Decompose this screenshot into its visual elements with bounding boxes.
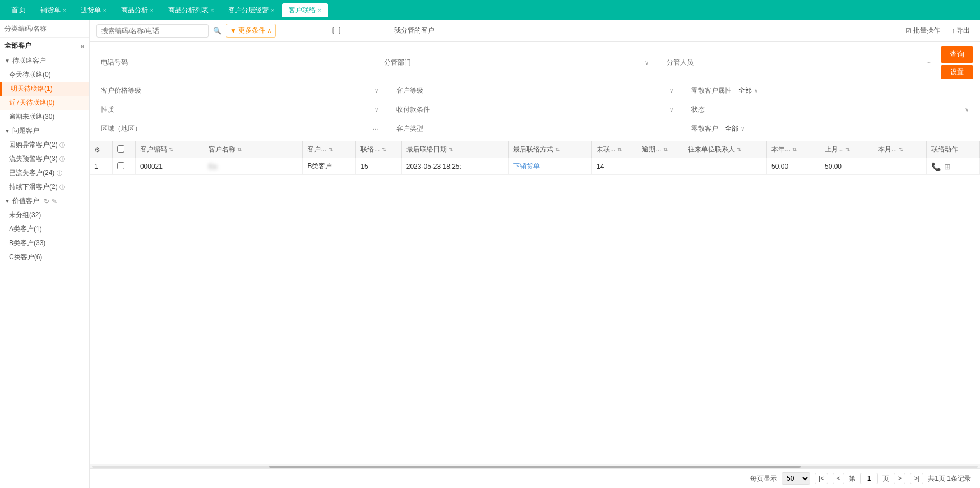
nav-purchaseorder[interactable]: 进货单 × (74, 3, 113, 17)
th-last-month[interactable]: 上月... ⇅ (820, 141, 873, 158)
sidebar-item-ungrouped[interactable]: 未分组(32) (0, 208, 89, 222)
sidebar-item-repurchase-abnormal[interactable]: 回购异常客户(2) ⓘ (0, 138, 89, 152)
edit-icon[interactable]: ✎ (52, 197, 57, 205)
nav-home[interactable]: 首页 (4, 3, 33, 17)
sidebar-item-b-class[interactable]: B类客户(33) (0, 236, 89, 250)
chevron-down-icon: ∨ (375, 107, 378, 113)
sort-icon: ⇅ (237, 146, 242, 153)
action-buttons: 查询 设置 (941, 46, 973, 79)
th-overdue[interactable]: 逾期... ⇅ (637, 141, 683, 158)
search-btn[interactable]: 🔍 (213, 27, 221, 35)
sidebar-item-churned[interactable]: 已流失客户(24) ⓘ (0, 166, 89, 180)
page-input[interactable] (860, 473, 878, 484)
nav-salesorder[interactable]: 销货单 × (34, 3, 73, 17)
horizontal-scrollbar[interactable] (90, 464, 980, 468)
sidebar-item-declining[interactable]: 持续下滑客户(2) ⓘ (0, 180, 89, 194)
sidebar-all-customers[interactable]: 全部客户 « (0, 38, 89, 54)
filter-manager[interactable]: 分管人员 ··· (662, 56, 936, 70)
scrollbar-thumb[interactable] (269, 466, 801, 468)
filter-nature[interactable]: 性质 ∨ (96, 103, 383, 117)
sort-icon: ⇅ (899, 146, 903, 153)
filter-payment-terms[interactable]: 收付款条件 ∨ (392, 103, 678, 117)
th-year-amount[interactable]: 本年... ⇅ (767, 141, 820, 158)
last-method-link[interactable]: 下销货单 (513, 162, 540, 170)
search-input[interactable] (96, 24, 209, 38)
th-contact-person[interactable]: 往来单位联系人 ⇅ (683, 141, 766, 158)
filter-dept[interactable]: 分管部门 ∨ (380, 56, 654, 70)
my-customers-check[interactable] (280, 27, 392, 34)
th-this-month[interactable]: 本月... ⇅ (873, 141, 926, 158)
sort-icon: ⇅ (663, 146, 668, 153)
th-settings[interactable]: ⚙ (90, 141, 113, 158)
filter-status[interactable]: 状态 ∨ (687, 103, 973, 117)
refresh-icon[interactable]: ↻ (44, 197, 49, 205)
sidebar-item-7days[interactable]: 近7天待联络(0) (0, 96, 89, 110)
sidebar-item-overdue[interactable]: 逾期未联络(30) (0, 110, 89, 124)
close-icon[interactable]: × (150, 7, 154, 13)
my-customers-checkbox[interactable]: 我分管的客户 (280, 26, 434, 35)
th-last-date[interactable]: 最后联络日期 ⇅ (401, 141, 508, 158)
td-last-date: 2023-05-23 18:25: (401, 158, 508, 175)
th-name[interactable]: 客户名称 ⇅ (204, 141, 303, 158)
close-icon[interactable]: × (211, 7, 214, 13)
filter-retail-customer[interactable]: 零散客户 全部 ∨ (687, 122, 973, 136)
query-button[interactable]: 查询 (941, 46, 973, 63)
td-checkbox[interactable] (113, 158, 136, 175)
close-icon[interactable]: × (318, 7, 321, 13)
sidebar-item-churn-warning[interactable]: 流失预警客户(3) ⓘ (0, 152, 89, 166)
sidebar-item-c-class[interactable]: C类客户(6) (0, 250, 89, 264)
nav-product-analysis-list[interactable]: 商品分析列表 × (161, 3, 221, 17)
batch-icon: ☑ (905, 27, 912, 35)
row-checkbox[interactable] (117, 162, 124, 169)
sidebar-group-pending[interactable]: ▼ 待联络客户 (0, 54, 89, 68)
td-overdue (637, 158, 683, 175)
th-type[interactable]: 客户... ⇅ (303, 141, 356, 158)
filter-phone: 电话号码 (96, 56, 371, 70)
th-code[interactable]: 客户编码 ⇅ (135, 141, 204, 158)
last-page-btn[interactable]: >| (910, 473, 923, 484)
filter-customer-type[interactable]: 客户类型 (392, 122, 678, 136)
close-icon[interactable]: × (63, 7, 66, 13)
sidebar-group-problem[interactable]: ▼ 问题客户 (0, 124, 89, 138)
nav-product-analysis[interactable]: 商品分析 × (114, 3, 160, 17)
triangle-icon: ▼ (4, 58, 10, 64)
first-page-btn[interactable]: |< (815, 473, 828, 484)
sidebar-group-value[interactable]: ▼ 价值客户 ↻ ✎ (0, 194, 89, 208)
th-checkbox[interactable] (113, 141, 136, 158)
filter-region[interactable]: 区域（地区） ··· (96, 122, 383, 136)
more-icon[interactable]: ··· (373, 125, 378, 133)
th-last-method[interactable]: 最后联络方式 ⇅ (508, 141, 591, 158)
filter-row-2: 客户价格等级 ∨ 客户等级 ∨ 零散客户属性 全部 ∨ (96, 84, 973, 98)
batch-operation-btn[interactable]: ☑ 批量操作 (902, 24, 944, 37)
sidebar-item-tomorrow[interactable]: 明天待联络(1) (0, 82, 89, 96)
nav-customer-contact[interactable]: 客户联络 × (282, 3, 328, 17)
filter-retail-attr[interactable]: 零散客户属性 全部 ∨ (687, 84, 973, 98)
filter-price-level[interactable]: 客户价格等级 ∨ (96, 84, 383, 98)
th-uncontacted[interactable]: 未联... ⇅ (591, 141, 637, 158)
sidebar: 🔍 全部客户 « ▼ 待联络客户 今天待联络(0) 明天待联络(1) 近7天待联… (0, 20, 90, 488)
sidebar-item-today[interactable]: 今天待联络(0) (0, 68, 89, 82)
phone-icon[interactable]: 📞 (931, 162, 941, 171)
td-year-amount: 50.00 (767, 158, 820, 175)
nav-customer-segmentation[interactable]: 客户分层经营 × (221, 3, 281, 17)
td-last-method[interactable]: 下销货单 (508, 158, 591, 175)
triangle-icon: ▼ (4, 128, 10, 134)
export-btn[interactable]: ↑ 导出 (948, 24, 973, 37)
setting-button[interactable]: 设置 (941, 65, 973, 79)
scrollbar-track[interactable] (92, 466, 978, 468)
th-contacts[interactable]: 联络... ⇅ (356, 141, 401, 158)
next-page-btn[interactable]: > (894, 473, 905, 484)
prev-page-btn[interactable]: < (833, 473, 844, 484)
select-all-checkbox[interactable] (117, 145, 124, 153)
more-icon[interactable]: ··· (926, 58, 932, 66)
close-icon[interactable]: × (103, 7, 107, 13)
filter-customer-level[interactable]: 客户等级 ∨ (392, 84, 678, 98)
page-suffix: 页 (882, 474, 889, 484)
grid-icon[interactable]: ⊞ (944, 162, 951, 171)
more-conditions-btn[interactable]: ▼ 更多条件 ∧ (226, 24, 276, 38)
sidebar-search-input[interactable] (4, 25, 89, 33)
sidebar-item-a-class[interactable]: A类客户(1) (0, 222, 89, 236)
per-page-select[interactable]: 50 100 200 (782, 472, 810, 485)
close-icon[interactable]: × (271, 7, 274, 13)
chevron-down-icon: ∨ (645, 59, 649, 66)
